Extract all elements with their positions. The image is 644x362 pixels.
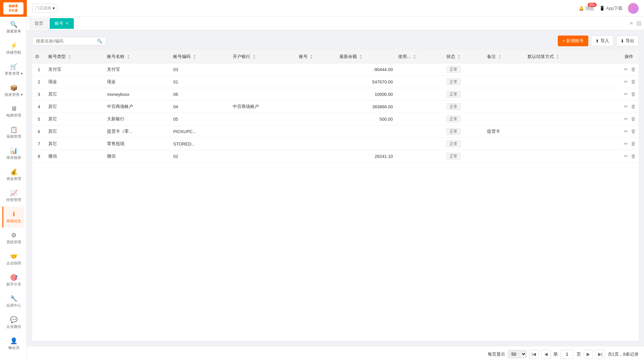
col-name[interactable]: 账号名称 ▲▼ <box>104 50 170 63</box>
status-badge: 正常 <box>446 140 461 147</box>
last-page-button[interactable]: ▶| <box>596 350 605 359</box>
sidebar-item-14[interactable]: 💬 企业微信 <box>2 312 24 333</box>
row-code: 03 <box>170 63 230 76</box>
content-toolbar: 🔍 + 新增账号 ⬆ 导入 ⬇ 导出 <box>32 36 639 46</box>
status-badge: 正常 <box>446 128 461 135</box>
sidebar-label-8: 经营管理 <box>6 197 21 202</box>
row-default-payment <box>525 138 602 150</box>
maximize-icon[interactable]: ⬜ <box>636 21 641 26</box>
bell-icon: 🔔 <box>579 6 584 11</box>
row-remark <box>484 150 525 163</box>
table-row: 1 支付宝 支付宝 03 -90444.00 正常 ✏ 🗑 <box>32 63 639 76</box>
next-page-button[interactable]: ▶ <box>584 350 593 359</box>
sidebar-item-5[interactable]: 📋 采购管理 <box>2 122 24 143</box>
sidebar-item-1[interactable]: ⚡ 快捷导航 <box>2 38 24 59</box>
per-page-select[interactable]: 50 100 200 <box>508 350 527 358</box>
row-account <box>296 88 337 101</box>
search-box[interactable]: 🔍 <box>32 37 106 45</box>
sidebar-item-0[interactable]: 🔍 搜索菜单 <box>2 17 24 38</box>
sidebar-item-8[interactable]: 📈 经营管理 <box>2 185 24 206</box>
edit-icon[interactable]: ✏ <box>624 104 628 110</box>
export-button[interactable]: ⬇ 导出 <box>616 36 639 46</box>
edit-icon[interactable]: ✏ <box>624 141 628 147</box>
row-name: 零售抵现 <box>104 138 170 150</box>
sidebar-label-1: 快捷导航 <box>6 50 21 55</box>
search-input[interactable] <box>36 39 95 44</box>
delete-icon[interactable]: 🗑 <box>631 91 636 97</box>
sidebar-item-7[interactable]: 💰 资金管理 <box>2 164 24 185</box>
import-button[interactable]: ⬆ 导入 <box>591 36 613 46</box>
row-balance: 500.00 <box>337 113 395 125</box>
sidebar-item-15[interactable]: 👤 畅会员 <box>2 333 24 354</box>
delete-icon[interactable]: 🗑 <box>631 128 636 134</box>
col-gear[interactable]: ⚙ <box>32 50 46 63</box>
prev-page-button[interactable]: ◀ <box>541 350 551 359</box>
col-status[interactable]: 状态 ▲▼ <box>444 50 485 63</box>
edit-icon[interactable]: ✏ <box>624 66 628 72</box>
col-account[interactable]: 账号 ▲▼ <box>296 50 337 63</box>
status-badge: 正常 <box>446 78 461 85</box>
page-input[interactable] <box>560 350 574 359</box>
row-code: 02 <box>170 150 230 163</box>
user-avatar[interactable] <box>628 3 639 14</box>
col-remark[interactable]: 备注 ▲▼ <box>484 50 525 63</box>
row-default-payment <box>525 76 602 88</box>
delete-icon[interactable]: 🗑 <box>631 153 636 159</box>
sidebar-item-10[interactable]: ⚙ 系统管理 <box>2 228 24 249</box>
edit-icon[interactable]: ✏ <box>624 79 628 85</box>
store-dropdown[interactable]: 门店选择 ▾ <box>32 4 58 13</box>
app-download-button[interactable]: 📱 App下载 <box>599 5 623 11</box>
sidebar-item-12[interactable]: 🎯 新手引导 <box>2 270 24 291</box>
sidebar-item-11[interactable]: 🤝 企业协同 <box>2 249 24 270</box>
pagination-bar: 每页显示 50 100 200 |◀ ◀ 第 页 ▶ ▶| 共1页，8条记录 <box>27 346 644 362</box>
tab-home[interactable]: 首页 <box>30 18 48 29</box>
sidebar-label-13: 应用中心 <box>6 303 21 308</box>
edit-icon[interactable]: ✏ <box>624 91 628 97</box>
edit-icon[interactable]: ✏ <box>624 128 628 134</box>
sidebar-label-11: 企业协同 <box>6 261 21 266</box>
close-window-icon[interactable]: ✕ <box>630 21 633 26</box>
sidebar-label-4: 电商管理 <box>6 113 21 118</box>
row-default-payment <box>525 150 602 163</box>
row-name: 支付宝 <box>104 63 170 76</box>
sidebar-icon-13: 🔧 <box>10 295 17 302</box>
row-name: 大新银行 <box>104 113 170 125</box>
delete-icon[interactable]: 🗑 <box>631 79 636 85</box>
row-status: 正常 <box>444 76 485 88</box>
sidebar-icon-2: 🛒 <box>10 63 17 70</box>
row-account <box>296 125 337 138</box>
tab-close-icon[interactable]: ✕ <box>65 21 69 26</box>
edit-icon[interactable]: ✏ <box>624 116 628 122</box>
sidebar-label-3: 批发管理 ▾ <box>5 92 22 97</box>
col-bank[interactable]: 开户银行 ▲▼ <box>230 50 296 63</box>
topbar: 门店选择 ▾ 🔔 消息 99+ 📱 App下载 <box>27 0 644 17</box>
sidebar-item-9[interactable]: ℹ 基础信息 <box>2 206 24 228</box>
sidebar-item-3[interactable]: 📦 批发管理 ▾ <box>2 80 24 101</box>
table-row: 7 其它 零售抵现 STORED... 正常 ✏ 🗑 <box>32 138 639 150</box>
sidebar-item-13[interactable]: 🔧 应用中心 <box>2 291 24 312</box>
delete-icon[interactable]: 🗑 <box>631 66 636 72</box>
status-badge: 正常 <box>446 103 461 110</box>
sidebar-item-2[interactable]: 🛒 零售管理 ▾ <box>2 59 24 80</box>
delete-icon[interactable]: 🗑 <box>631 141 636 147</box>
row-default-payment <box>525 125 602 138</box>
delete-icon[interactable]: 🗑 <box>631 116 636 122</box>
tab-account[interactable]: 账号 ✕ <box>50 18 74 29</box>
first-page-button[interactable]: |◀ <box>529 350 539 359</box>
add-account-button[interactable]: + 新增账号 <box>558 36 588 46</box>
sidebar-item-6[interactable]: 📊 库存核算 <box>2 143 24 164</box>
search-icon: 🔍 <box>97 39 102 44</box>
col-type[interactable]: 账号类型 ▲▼ <box>46 50 104 63</box>
col-default-payment[interactable]: 默认结算方式 ▲▼ <box>525 50 602 63</box>
sidebar-item-4[interactable]: 🖥 电商管理 <box>2 101 24 122</box>
status-badge: 正常 <box>446 66 461 73</box>
row-name: 中百商场账户 <box>104 101 170 113</box>
edit-icon[interactable]: ✏ <box>624 153 628 159</box>
col-balance[interactable]: 最新余额 ▲▼ <box>337 50 395 63</box>
col-usage[interactable]: 使用... ▲▼ <box>395 50 443 63</box>
message-button[interactable]: 🔔 消息 99+ <box>579 5 594 11</box>
col-code[interactable]: 账号编码 ▲▼ <box>170 50 230 63</box>
delete-icon[interactable]: 🗑 <box>631 104 636 110</box>
row-type: 其它 <box>46 125 104 138</box>
table-row: 2 现金 现金 01 547670.00 正常 ✏ 🗑 <box>32 76 639 88</box>
